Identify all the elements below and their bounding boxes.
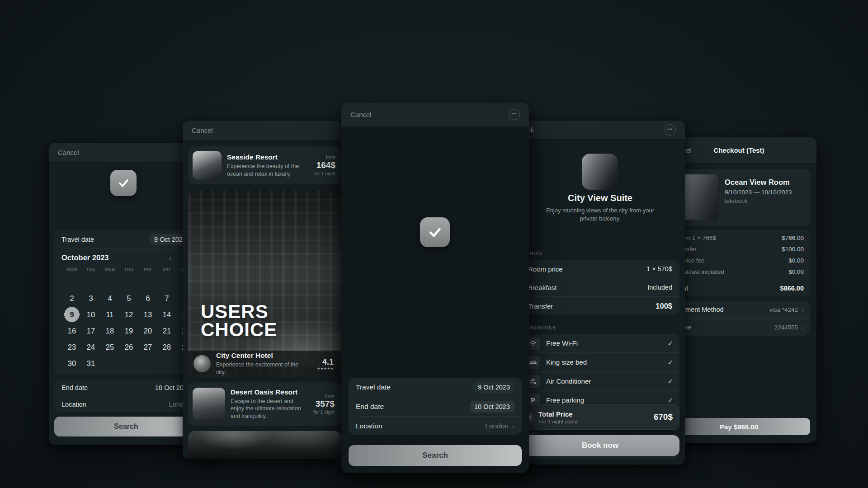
success-check-icon xyxy=(420,217,450,247)
hotel-price: 357$ xyxy=(307,399,335,409)
breakdown-value: $0.00 xyxy=(788,268,804,275)
calendar-day xyxy=(100,274,119,290)
search-button[interactable]: Search xyxy=(349,445,522,466)
calendar-day-selected[interactable]: 9 xyxy=(62,306,81,323)
room-price-row: Room price 1 × 570$ xyxy=(521,260,679,278)
location-row[interactable]: Location London › xyxy=(349,417,522,436)
breakdown-row: Transfer $100.00 xyxy=(674,244,804,255)
more-options-icon[interactable]: ••• xyxy=(665,124,676,136)
travel-date-row[interactable]: Travel date 9 Oct 2023 xyxy=(349,378,522,397)
calendar-month-header: October 2023 ‹ › xyxy=(54,249,198,264)
calendar-day[interactable]: 14 xyxy=(157,306,176,323)
total-price-callout: Total Price For 1 night stand 670$ xyxy=(518,404,679,430)
hotel-card-next-photo[interactable] xyxy=(188,431,341,459)
end-date-row[interactable]: End date 10 Oct 2023 xyxy=(349,397,522,416)
booking-summary-card: Ocean View Room 9/10/2023 — 10/10/2023 t… xyxy=(668,169,810,226)
hotel-card-seaside[interactable]: Seaside Resort Experience the beauty of … xyxy=(188,146,341,184)
search-screen-panel: Cancel ••• Travel date 9 Oct 2023 End da… xyxy=(341,103,529,473)
prev-month-icon[interactable]: ‹ xyxy=(169,253,172,263)
calendar-day[interactable]: 20 xyxy=(138,323,157,339)
name-row[interactable]: Name 2244555 › xyxy=(668,319,810,336)
weekday-label: THU xyxy=(119,264,138,274)
end-date-value[interactable]: 10 Oct 2023 xyxy=(470,401,514,413)
travel-date-calendar-card: Travel date 9 Oct 2023 October 2023 ‹ › … xyxy=(54,230,198,374)
amenity-row-bed: King size bed ✓ xyxy=(521,353,679,371)
calendar-day[interactable]: 30 xyxy=(62,355,81,371)
hotel-name: City Center Hotel xyxy=(216,352,313,360)
check-icon: ✓ xyxy=(667,377,673,385)
month-title: October 2023 xyxy=(61,253,109,262)
hotel-card-featured[interactable]: USERS CHOICE City Center Hotel Experienc… xyxy=(188,190,341,377)
calendar-day[interactable]: 28 xyxy=(157,339,176,355)
checkmark-icon xyxy=(116,176,131,190)
calendar-day[interactable]: 3 xyxy=(81,290,100,306)
hotel-rating: 4.1 xyxy=(317,357,334,367)
book-now-button[interactable]: Book now xyxy=(521,435,679,456)
pay-button[interactable]: Pay $866.00 xyxy=(668,418,810,435)
featured-caption-bar: City Center Hotel Experience the excitem… xyxy=(188,351,341,377)
calendar-day[interactable]: 24 xyxy=(81,339,100,355)
transfer-value: 100$ xyxy=(656,302,672,310)
payment-method-row[interactable]: Payment Method visa *4242 › xyxy=(668,301,810,318)
users-choice-overlay: USERS CHOICE xyxy=(201,303,277,339)
hotel-list-screen-panel: Cancel Seaside Resort Experience the bea… xyxy=(183,121,341,459)
amenity-label: King size bed xyxy=(540,358,667,366)
calendar-day xyxy=(138,274,157,290)
calendar-day[interactable]: 19 xyxy=(119,323,138,339)
travel-date-value[interactable]: 9 Oct 2023 xyxy=(473,381,514,393)
amenities-section-label: AMENITIES xyxy=(526,325,556,330)
weekday-label: FRI xyxy=(138,264,157,274)
location-label: Location xyxy=(61,401,86,408)
calendar-day[interactable]: 18 xyxy=(100,323,119,339)
calendar-day[interactable]: 17 xyxy=(81,323,100,339)
chevron-right-icon: › xyxy=(802,306,804,314)
calendar-screen-navbar: Cancel xyxy=(49,143,198,163)
location-value: London xyxy=(485,422,509,430)
calendar-day[interactable]: 26 xyxy=(119,339,138,355)
room-details-navbar: Back ••• xyxy=(515,121,685,140)
more-options-icon[interactable]: ••• xyxy=(509,109,520,120)
calendar-day[interactable]: 6 xyxy=(138,290,157,306)
hotel-price: 164$ xyxy=(307,160,335,170)
search-button[interactable]: Search xyxy=(54,417,198,436)
travel-date-row[interactable]: Travel date 9 Oct 2023 xyxy=(54,230,198,249)
amenity-label: Free parking xyxy=(540,396,667,404)
cancel-button[interactable]: Cancel xyxy=(192,127,213,134)
breakdown-value: $100.00 xyxy=(782,246,804,253)
dates-location-card: End date 10 Oct 2023 Location London xyxy=(54,380,198,412)
payment-method-value: visa *4242 xyxy=(769,306,798,313)
cancel-button[interactable]: Cancel xyxy=(58,149,79,156)
calendar-day[interactable]: 4 xyxy=(100,290,119,306)
chevron-right-icon: › xyxy=(802,324,804,331)
location-row[interactable]: Location London xyxy=(54,396,198,413)
success-check-icon xyxy=(110,170,137,196)
calendar-day[interactable]: 2 xyxy=(62,290,81,306)
per-night-label: for 1 night xyxy=(307,171,335,176)
calendar-day[interactable]: 31 xyxy=(81,355,100,371)
calendar-day[interactable]: 25 xyxy=(100,339,119,355)
calendar-day[interactable]: 16 xyxy=(62,323,81,339)
calendar-day[interactable]: 13 xyxy=(138,306,157,323)
vendor-name: telebook xyxy=(725,197,792,204)
search-screen-navbar: Cancel ••• xyxy=(341,103,529,127)
total-price-sublabel: For 1 night stand xyxy=(538,419,577,424)
calendar-day[interactable]: 10 xyxy=(81,306,100,323)
location-label: Location xyxy=(356,422,382,430)
calendar-day[interactable]: 27 xyxy=(138,339,157,355)
hotel-name: Desert Oasis Resort xyxy=(231,388,302,396)
price-card: Room price 1 × 570$ Breakfast Included T… xyxy=(521,260,679,314)
transfer-row: Transfer 100$ xyxy=(521,297,679,315)
check-icon: ✓ xyxy=(667,339,673,347)
calendar-day[interactable]: 7 xyxy=(157,290,176,306)
calendar-day[interactable]: 11 xyxy=(100,306,119,323)
calendar-day xyxy=(100,355,119,371)
amenity-label: Free Wi-Fi xyxy=(540,339,667,347)
end-date-row[interactable]: End date 10 Oct 2023 xyxy=(54,380,198,396)
calendar-day[interactable]: 5 xyxy=(119,290,138,306)
calendar-day[interactable]: 23 xyxy=(62,339,81,355)
hotel-card-desert[interactable]: Desert Oasis Resort Escape to the desert… xyxy=(188,382,341,426)
calendar-day[interactable]: 12 xyxy=(119,306,138,323)
name-value: 2244555 xyxy=(774,324,798,331)
calendar-day[interactable]: 21 xyxy=(157,323,176,339)
cancel-button[interactable]: Cancel xyxy=(350,111,372,118)
